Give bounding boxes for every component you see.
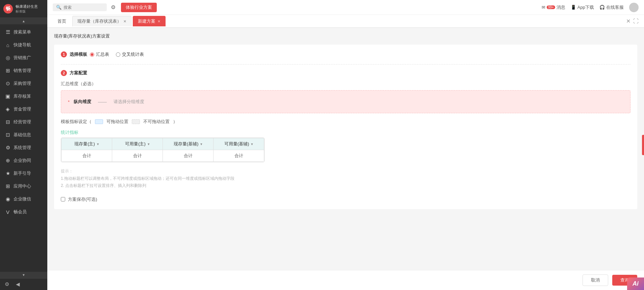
step1-title: 选择模板 <box>70 51 87 57</box>
topbar: 🔍 ⚙ 体验行业方案 ✉ 99+ 消息 📱 App下载 🎧 在线客服 <box>47 0 644 15</box>
system-icon: ⚙ <box>5 145 11 151</box>
ai-badge[interactable]: Ai <box>627 277 644 290</box>
sidebar-item-basicinfo[interactable]: ⊡ 基础信息 <box>0 128 47 141</box>
sidebar-item-newguide[interactable]: ★ 新手引导 <box>0 167 47 180</box>
col-available-main[interactable]: 可用量(主) ▾ <box>112 138 163 150</box>
operations-icon: ⊟ <box>5 119 11 125</box>
radio-crosstab[interactable]: 交叉统计表 <box>116 51 144 57</box>
message-badge[interactable]: ✉ 99+ 消息 <box>542 4 565 10</box>
tips-section: 提示： 1.拖动标题栏可以调整布局，不可跨维度或指标区域拖动；还可在同一维度或指… <box>61 168 630 190</box>
radio-summary-table[interactable]: 汇总表 <box>90 51 109 57</box>
cancel-button[interactable]: 取消 <box>583 274 608 286</box>
col-current-stock-aux[interactable]: 现存量(基辅) ▾ <box>163 138 214 150</box>
required-mark: * <box>68 99 70 104</box>
step1-badge: 1 <box>61 51 67 57</box>
search-input[interactable] <box>64 5 97 10</box>
template-radio-group: 汇总表 交叉统计表 <box>90 51 144 57</box>
not-draggable-label: 不可拖动位置 <box>143 119 170 125</box>
sidebar-item-collaboration[interactable]: ⊕ 企业协同 <box>0 154 47 167</box>
tab-home[interactable]: 首页 <box>53 16 71 26</box>
finance-icon: ◈ <box>5 106 11 112</box>
sidebar-item-inventory[interactable]: ▣ 库存核算 <box>0 90 47 103</box>
resize-handle[interactable] <box>642 135 644 155</box>
cell-0-0: 合计 <box>61 150 112 162</box>
page-title: 现存量(库存状况表)方案设置 <box>54 33 637 39</box>
sales-icon: ⊞ <box>5 68 11 74</box>
step1-header: 1 选择模板 汇总表 交叉统计表 <box>61 51 630 57</box>
wechat-icon: ◉ <box>5 196 11 202</box>
tab-new-plan-label: 新建方案 <box>138 18 155 24</box>
online-service-link[interactable]: 🎧 在线客服 <box>599 4 624 10</box>
tab-new-plan[interactable]: 新建方案 ✕ <box>133 16 166 26</box>
logo-icon: 畅 <box>3 4 13 14</box>
message-count: 99+ <box>547 5 555 9</box>
search-menu-icon: ☰ <box>5 29 11 35</box>
table-data-row: 合计 合计 合计 合计 <box>61 150 264 162</box>
stats-table-container: 现存量(主) ▾ 可用量(主) ▾ <box>61 138 265 162</box>
sidebar-item-search[interactable]: ☰ 搜索菜单 <box>0 26 47 39</box>
collapse-icon[interactable]: ◀ <box>16 281 20 287</box>
newguide-icon: ★ <box>5 170 11 176</box>
bottom-bar: 取消 查询 <box>47 270 644 290</box>
col-current-stock-main[interactable]: 现存量(主) ▾ <box>61 138 112 150</box>
sidebar-scroll-down[interactable]: ▼ <box>0 272 47 278</box>
tips-title: 提示： <box>61 169 73 173</box>
sidebar-bottom: ⚙ ◀ <box>0 278 47 290</box>
tab-expand-icon[interactable]: ⛶ <box>633 18 639 24</box>
trial-industry-btn[interactable]: 体验行业方案 <box>121 3 157 12</box>
cell-0-2: 合计 <box>163 150 214 162</box>
col3-chevron: ▾ <box>251 142 253 146</box>
main-area: 🔍 ⚙ 体验行业方案 ✉ 99+ 消息 📱 App下载 🎧 在线客服 首页 <box>47 0 644 290</box>
main-panel: 1 选择模板 汇总表 交叉统计表 <box>54 45 637 209</box>
draggable-label: 可拖动位置 <box>106 119 128 125</box>
tip-item-1: 2. 点击标题栏下拉可设置排序、插入列和删除列 <box>61 182 630 190</box>
member-icon: V <box>5 209 11 215</box>
col-available-aux[interactable]: 可用量(基辅) ▾ <box>214 138 264 150</box>
sidebar-scroll-up[interactable]: ▲ <box>0 18 47 24</box>
content-area: 现存量(库存状况表)方案设置 1 选择模板 汇总表 交叉统计表 <box>47 28 644 270</box>
indicator-settings-suffix: ） <box>173 119 177 125</box>
dimension-dash: —— <box>98 99 107 104</box>
indicator-settings-prefix: 模板指标设定（ <box>61 119 92 125</box>
sidebar-item-quicknav[interactable]: ⌂ 快捷导航 <box>0 39 47 51</box>
indicator-settings-row: 模板指标设定（ 可拖动位置 不可拖动位置 ） <box>61 119 630 125</box>
dimension-vertical-label: 纵向维度 <box>74 99 91 105</box>
stats-table: 现存量(主) ▾ 可用量(主) ▾ <box>61 138 264 162</box>
tab-inventory[interactable]: 现存量（库存状况表） ✕ <box>72 16 131 26</box>
cell-0-1: 合计 <box>112 150 163 162</box>
tab-new-plan-close[interactable]: ✕ <box>157 19 160 24</box>
sidebar-item-member[interactable]: V 畅会员 <box>0 206 47 218</box>
user-avatar[interactable] <box>629 3 639 12</box>
topbar-gear-icon[interactable]: ⚙ <box>111 4 116 10</box>
sidebar-item-purchase[interactable]: ⊙ 采购管理 <box>0 77 47 90</box>
tab-inventory-close[interactable]: ✕ <box>123 19 126 24</box>
sidebar-item-finance[interactable]: ◈ 资金管理 <box>0 103 47 116</box>
sidebar-item-appstore[interactable]: ⊞ 应用中心 <box>0 180 47 193</box>
tab-bar: 首页 现存量（库存状况表） ✕ 新建方案 ✕ ✕ ⛶ <box>47 15 644 28</box>
home-icon: ⌂ <box>5 42 11 48</box>
step2-title: 方案配置 <box>70 70 87 76</box>
col1-chevron: ▾ <box>148 142 150 146</box>
sidebar-item-operations[interactable]: ⊟ 经营管理 <box>0 116 47 128</box>
dimension-area[interactable]: * 纵向维度 —— 请选择分组维度 <box>61 90 630 113</box>
settings-icon[interactable]: ⚙ <box>5 281 9 287</box>
sidebar-item-sales[interactable]: ⊞ 销售管理 <box>0 64 47 77</box>
sidebar-item-wechat[interactable]: ◉ 企业微信 <box>0 193 47 206</box>
topbar-right: ✉ 99+ 消息 📱 App下载 🎧 在线客服 <box>542 3 639 12</box>
sidebar: 畅 畅康通好生意 标准版 ▲ ☰ 搜索菜单 ⌂ 快捷导航 ◎ 营销推广 ⊞ 销售… <box>0 0 47 290</box>
search-box[interactable]: 🔍 <box>53 3 107 11</box>
tab-minimize-icon[interactable]: ✕ <box>626 18 630 24</box>
step1-section: 1 选择模板 汇总表 交叉统计表 <box>61 51 630 57</box>
cell-0-3: 合计 <box>214 150 264 162</box>
app-download-link[interactable]: 📱 App下载 <box>571 4 594 10</box>
tab-inventory-label: 现存量（库存状况表） <box>77 18 121 24</box>
table-header-row: 现存量(主) ▾ 可用量(主) ▾ <box>61 138 264 150</box>
save-plan-checkbox[interactable] <box>61 197 65 201</box>
sidebar-logo: 畅 畅康通好生意 标准版 <box>0 0 47 18</box>
step2-section: 2 方案配置 汇总维度（必选） * 纵向维度 —— 请选择分组维度 模板指标设定… <box>61 70 630 190</box>
sidebar-item-marketing[interactable]: ◎ 营销推广 <box>0 51 47 64</box>
save-row: 方案保存(可选) <box>61 196 630 202</box>
save-plan-label: 方案保存(可选) <box>68 196 97 202</box>
tip-item-0: 1.拖动标题栏可以调整布局，不可跨维度或指标区域拖动；还可在同一维度或指标区域内… <box>61 175 630 183</box>
sidebar-item-system[interactable]: ⚙ 系统管理 <box>0 141 47 154</box>
